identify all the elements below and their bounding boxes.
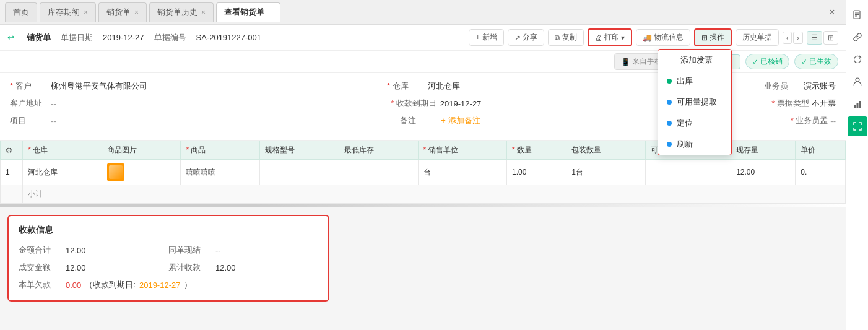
cumulative-row: 累计收款 12.00 <box>168 261 318 274</box>
prev-button[interactable]: ‹ <box>783 32 792 44</box>
window-close-button[interactable]: × <box>823 4 841 21</box>
total-label: 金额合计 <box>19 245 62 256</box>
doc-info: ↩ 销货单 单据日期 2019-12-27 单据编号 SA-20191227-0… <box>7 32 261 43</box>
address-value: -- <box>51 99 56 108</box>
history-button[interactable]: 历史单据 <box>736 29 779 46</box>
due-note: （收款到期日: <box>85 279 136 290</box>
col-product: * 商品 <box>181 141 260 160</box>
staff-label: 业务员 <box>764 80 801 92</box>
tab-sales-order-close[interactable]: × <box>134 8 139 17</box>
due-row: 本单欠款 0.00 （收款到期日: 2019-12-27 ） <box>19 278 318 292</box>
note-field: 备注 + 添加备注 <box>400 115 790 126</box>
tab-inventory-init-close[interactable]: × <box>84 8 88 17</box>
col-settings[interactable]: ⚙ <box>1 141 23 160</box>
row-product-img <box>102 160 181 185</box>
toolbar: ↩ 销货单 单据日期 2019-12-27 单据编号 SA-20191227-0… <box>0 25 846 51</box>
new-button[interactable]: + 新增 <box>469 29 503 46</box>
tab-inventory-init[interactable]: 库存期初 × <box>40 2 96 22</box>
grid-view-icon[interactable]: ⊞ <box>823 31 838 45</box>
deal-amount-value: 12.00 <box>66 263 86 272</box>
sidebar-data-icon[interactable] <box>848 94 867 114</box>
locate-item[interactable]: 定位 <box>658 113 731 134</box>
row-pack-qty: 1台 <box>566 160 646 185</box>
row-index: 1 <box>1 160 23 185</box>
tab-view-sales-close[interactable]: × <box>268 8 272 17</box>
svg-rect-7 <box>859 101 861 108</box>
print-button[interactable]: 🖨 打印 ▾ <box>588 28 632 46</box>
sidebar-link-icon[interactable] <box>848 27 867 47</box>
tab-home-label: 首页 <box>13 7 29 18</box>
outbound-item[interactable]: 出库 <box>658 71 731 92</box>
address-label: 客户地址 <box>10 98 47 109</box>
product-image-inner <box>109 165 123 179</box>
share-button[interactable]: ↗ 分享 <box>508 29 544 46</box>
right-sidebar <box>846 0 868 302</box>
note-label: 备注 <box>400 115 437 126</box>
toolbar-actions: + 新增 ↗ 分享 ⧉ 复制 🖨 打印 ▾ 🚚 物流信息 ⊞ 操作 <box>469 28 838 46</box>
staff-field: 业务员 演示账号 <box>764 80 836 92</box>
project-field: 项目 -- <box>10 115 400 126</box>
sidebar-expand-icon[interactable] <box>848 116 867 136</box>
tab-sales-history[interactable]: 销货单历史 × <box>149 2 214 22</box>
logistics-button[interactable]: 🚚 物流信息 <box>636 29 690 46</box>
cancelled-button[interactable]: ✓ 已核销 <box>745 54 789 69</box>
payment-title: 收款信息 <box>19 225 318 236</box>
add-invoice-item[interactable]: 添加发票 <box>658 50 731 71</box>
subtotal-label-cell <box>1 185 23 204</box>
tab-inventory-init-label: 库存期初 <box>48 7 80 18</box>
add-note-link[interactable]: + 添加备注 <box>441 115 480 126</box>
date-value: 2019-12-27 <box>103 33 144 42</box>
tab-home[interactable]: 首页 <box>5 2 37 22</box>
outbound-icon <box>667 79 672 84</box>
cumulative-label: 累计收款 <box>168 262 212 273</box>
col-spec: 规格型号 <box>260 141 339 160</box>
tab-sales-order[interactable]: 销货单 × <box>98 2 147 22</box>
total-value: 12.00 <box>66 246 86 255</box>
col-quantity: * 数量 <box>506 141 566 160</box>
effective-button[interactable]: ✓ 已生效 <box>794 54 838 69</box>
truck-icon: 🚚 <box>643 33 652 42</box>
copy-button[interactable]: ⧉ 复制 <box>548 29 584 46</box>
locate-label: 定位 <box>677 118 693 129</box>
svg-point-4 <box>856 78 859 82</box>
operation-button[interactable]: ⊞ 操作 <box>694 28 732 46</box>
col-pack-qty: 包装数量 <box>566 141 646 160</box>
customer-value: 柳州粤港平安气体有限公司 <box>51 80 147 92</box>
customer-field: 客户 柳州粤港平安气体有限公司 <box>10 80 387 92</box>
sidebar-refresh-icon[interactable] <box>848 50 867 69</box>
row-quantity: 1.00 <box>506 160 566 185</box>
total-row: 金额合计 12.00 <box>19 243 168 257</box>
refresh-item[interactable]: 刷新 <box>658 134 731 155</box>
col-unit-price: 单价 <box>796 141 846 160</box>
tab-view-sales[interactable]: 查看销货单 × <box>216 2 280 22</box>
payment-date-value: 2019-12-27 <box>440 99 482 108</box>
biz-staff-value: -- <box>830 116 836 126</box>
invoice-icon <box>667 56 675 64</box>
next-button[interactable]: › <box>793 32 803 44</box>
biz-staff-field: 业务员孟 -- <box>791 115 836 126</box>
ticket-value: 不开票 <box>812 98 836 109</box>
available-qty-item[interactable]: 可用量提取 <box>658 92 731 113</box>
sidebar-document-icon[interactable] <box>848 5 867 25</box>
tab-sales-order-label: 销货单 <box>106 7 131 18</box>
row-min-stock <box>339 160 418 185</box>
same-order-label: 同单现结 <box>168 245 212 256</box>
share-icon: ↗ <box>514 33 521 42</box>
outbound-label: 出库 <box>677 76 693 87</box>
view-icons: ☰ ⊞ <box>807 31 838 45</box>
warehouse-value: 河北仓库 <box>428 80 460 92</box>
gear-icon: ⚙ <box>6 146 12 155</box>
refresh-label: 刷新 <box>677 139 693 150</box>
project-value: -- <box>51 116 56 126</box>
operation-dropdown: 添加发票 出库 可用量提取 定位 <box>658 49 732 155</box>
row-stock: 12.00 <box>731 160 796 185</box>
row-sales-unit: 台 <box>418 160 506 185</box>
cancelled-check-icon: ✓ <box>752 58 758 66</box>
payment-section: 收款信息 金额合计 12.00 同单现结 -- 成交金额 12.00 累计收款 … <box>7 215 329 302</box>
tab-sales-history-close[interactable]: × <box>201 8 206 17</box>
col-stock: 现存量 <box>731 141 796 160</box>
sidebar-person-icon[interactable] <box>848 72 867 92</box>
row-spec <box>260 160 339 185</box>
print-icon: 🖨 <box>595 33 602 42</box>
list-view-icon[interactable]: ☰ <box>807 31 822 45</box>
